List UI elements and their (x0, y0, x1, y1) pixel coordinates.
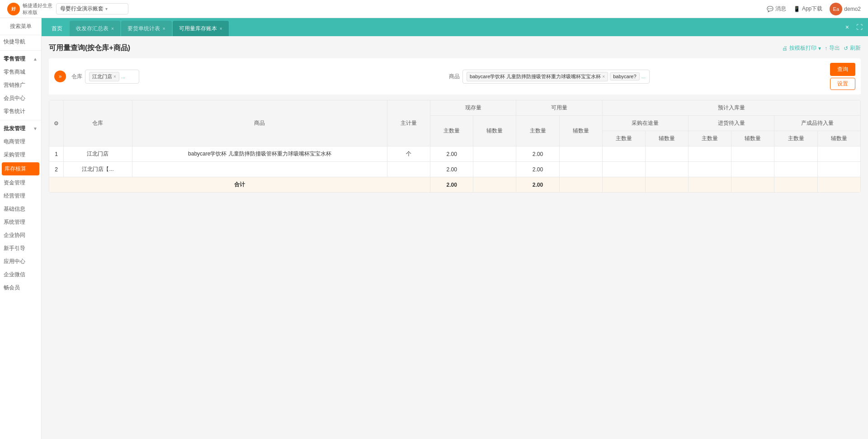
sidebar-item-new-guide[interactable]: 新手引导 (0, 242, 41, 255)
production-aux-header: 辅数量 (817, 131, 860, 146)
sidebar-item-zero-retail-mall[interactable]: 零售商城 (0, 66, 41, 79)
filter-expand-button[interactable]: » (54, 71, 66, 82)
product-filter-input[interactable]: babycare学饮杯 儿童防摔防撞吸管杯重力球吸嘴杯宝宝水杯 × babyca… (462, 70, 650, 84)
close-all-tabs-button[interactable]: × (844, 22, 851, 33)
sidebar-item-quick-nav[interactable]: 快捷导航 (0, 35, 41, 48)
summary-label: 合计 (49, 177, 430, 193)
warehouse-filter-group: 仓库 江北门店 × ... (71, 70, 443, 84)
sidebar-item-retail-stats[interactable]: 零售统计 (0, 105, 41, 118)
row-production-aux (817, 146, 860, 162)
row-available-aux-qty (559, 162, 602, 177)
top-header-left: 好 畅捷通好生意 标准版 母婴行业演示账套 ▾ (7, 2, 128, 15)
purchase-transit-group-header: 采购在途量 (602, 116, 688, 131)
row-available-main-qty: 2.00 (516, 162, 559, 177)
content-area: 首页 收发存汇总表 × 要货单统计表 × 可用量库存账本 × × ⛶ (42, 18, 868, 439)
row-current-aux-qty (473, 146, 516, 162)
sidebar-item-member-center[interactable]: 会员中心 (0, 92, 41, 105)
user-menu-button[interactable]: Ea demo2 (830, 3, 861, 15)
arrow-icon-2: ▼ (33, 126, 38, 131)
row-product: babycare学饮杯 儿童防摔防撞吸管杯重力球吸嘴杯宝宝水杯 (132, 146, 387, 162)
warehouse-filter-input[interactable]: 江北门店 × ... (85, 70, 139, 84)
available-group-header: 可用量 (516, 100, 602, 116)
sidebar-item-inventory-check[interactable]: 库存核算 (2, 162, 39, 175)
sidebar-item-batch-mgmt[interactable]: 批发管理 ▼ (0, 122, 41, 135)
settings-col-header[interactable]: ⚙ (49, 100, 64, 146)
sidebar-item-ecommerce-mgmt[interactable]: 电商管理 (0, 135, 41, 148)
row-production-main (774, 146, 817, 162)
sidebar-item-purchase-mgmt[interactable]: 采购管理 (0, 148, 41, 161)
maximize-button[interactable]: ⛶ (854, 22, 864, 33)
tab-bar: 首页 收发存汇总表 × 要货单统计表 × 可用量库存账本 × × ⛶ (42, 18, 868, 36)
print-template-button[interactable]: 🖨 按模板打印 ▾ (782, 44, 821, 52)
close-icon[interactable]: × (111, 26, 114, 31)
row-purchase-transit-aux (645, 162, 688, 177)
data-table: ⚙ 仓库 商品 主计量 现存量 (49, 100, 861, 193)
sidebar-item-enterprise-wechat[interactable]: 企业微信 (0, 268, 41, 281)
sidebar-item-app-center[interactable]: 应用中心 (0, 255, 41, 268)
remove-product-tag-0-button[interactable]: × (602, 74, 605, 79)
sidebar-item-system-mgmt[interactable]: 系统管理 (0, 216, 41, 229)
app-download-button[interactable]: 📱 App下载 (793, 5, 822, 13)
top-header: 好 畅捷通好生意 标准版 母婴行业演示账套 ▾ 💬 消息 📱 App下载 Ea … (0, 0, 868, 18)
warehouse-more-button[interactable]: ... (121, 74, 125, 79)
summary-current-main-qty: 2.00 (430, 177, 473, 193)
available-aux-qty-header: 辅数量 (559, 116, 602, 146)
summary-row: 合计 2.00 2.00 (49, 177, 861, 193)
sidebar-item-vip-member[interactable]: 畅会员 (0, 281, 41, 294)
export-button[interactable]: ↑ 导出 (825, 44, 840, 52)
remove-warehouse-tag-button[interactable]: × (113, 74, 116, 79)
purchase-transit-main-header: 主数量 (602, 131, 645, 146)
sidebar: 搜索菜单 快捷导航 零售管理 ▲ 零售商城 营销推广 会员中心 零售统计 批发管… (0, 18, 42, 439)
settings-button[interactable]: 设置 (830, 78, 855, 90)
close-icon-2[interactable]: × (163, 26, 165, 31)
warehouse-col-header: 仓库 (64, 100, 132, 146)
summary-purchase-transit-main (602, 177, 645, 193)
row-warehouse: 江北门店【... (64, 162, 132, 177)
page-content: 可用量查询(按仓库+商品) 🖨 按模板打印 ▾ ↑ 导出 ↺ 刷新 (42, 36, 868, 439)
refresh-icon: ↺ (844, 45, 848, 52)
row-available-aux-qty (559, 146, 602, 162)
close-icon-3[interactable]: × (220, 26, 222, 31)
tab-receive-send[interactable]: 收发存汇总表 × (70, 21, 120, 36)
incoming-main-header: 主数量 (689, 131, 731, 146)
product-more-button[interactable]: ... (642, 74, 646, 79)
top-header-right: 💬 消息 📱 App下载 Ea demo2 (767, 3, 861, 15)
org-selector[interactable]: 母婴行业演示账套 ▾ (56, 3, 128, 14)
tab-home[interactable]: 首页 (45, 21, 69, 36)
sidebar-divider-1 (0, 50, 41, 51)
available-main-qty-header: 主数量 (516, 116, 559, 146)
sidebar-item-business-mgmt[interactable]: 经营管理 (0, 189, 41, 203)
summary-incoming-aux (731, 177, 774, 193)
row-incoming-aux (731, 162, 774, 177)
message-button[interactable]: 💬 消息 (767, 5, 786, 13)
export-icon: ↑ (825, 45, 827, 52)
sidebar-item-marketing[interactable]: 营销推广 (0, 79, 41, 92)
tab-bar-right: × ⛶ (844, 18, 864, 36)
query-button[interactable]: 查询 (830, 63, 855, 76)
avatar: Ea (830, 3, 842, 15)
tab-available-inventory[interactable]: 可用量库存账本 × (173, 21, 229, 36)
warehouse-tag-0: 江北门店 × (89, 72, 119, 81)
summary-available-main-qty: 2.00 (516, 177, 559, 193)
sidebar-search-button[interactable]: 搜索菜单 (0, 18, 41, 35)
row-available-main-qty: 2.00 (516, 146, 559, 162)
sidebar-item-finance-mgmt[interactable]: 资金管理 (0, 176, 41, 189)
sidebar-item-basic-info[interactable]: 基础信息 (0, 203, 41, 216)
sidebar-item-zero-retail-mgmt[interactable]: 零售管理 ▲ (0, 52, 41, 66)
chevron-down-icon: ▾ (105, 6, 108, 11)
summary-purchase-transit-aux (645, 177, 688, 193)
product-col-header: 商品 (132, 100, 387, 146)
logo-icon: 好 (7, 3, 20, 15)
message-icon: 💬 (767, 6, 774, 12)
tab-order-stats[interactable]: 要货单统计表 × (121, 21, 172, 36)
summary-incoming-main (689, 177, 731, 193)
sidebar-item-enterprise-collab[interactable]: 企业协同 (0, 229, 41, 242)
incoming-group-header: 进货待入量 (689, 116, 774, 131)
page-title-bar: 可用量查询(按仓库+商品) 🖨 按模板打印 ▾ ↑ 导出 ↺ 刷新 (49, 43, 861, 53)
product-filter-group: 商品 babycare学饮杯 儿童防摔防撞吸管杯重力球吸嘴杯宝宝水杯 × bab… (449, 70, 821, 84)
print-icon: 🖨 (782, 45, 788, 52)
current-main-qty-header: 主数量 (430, 116, 473, 146)
refresh-button[interactable]: ↺ 刷新 (844, 44, 861, 52)
row-purchase-transit-aux (645, 146, 688, 162)
row-incoming-main (689, 162, 731, 177)
